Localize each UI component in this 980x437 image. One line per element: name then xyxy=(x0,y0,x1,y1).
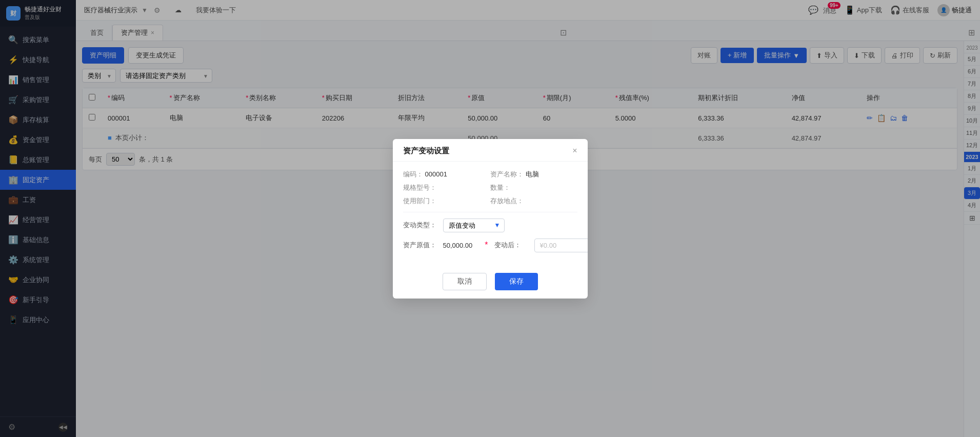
location-label: 存放地点： xyxy=(490,196,524,206)
asset-value-row: 资产原值： 50,000.00 * 变动后： xyxy=(403,239,577,252)
code-value: 000001 xyxy=(425,170,447,178)
quantity-label: 数量： xyxy=(490,183,510,192)
after-label: 变动后： xyxy=(494,241,530,250)
modal-dept-field: 使用部门： xyxy=(403,196,490,206)
modal-location-field: 存放地点： xyxy=(490,196,577,206)
dept-label: 使用部门： xyxy=(403,196,436,206)
asset-name-label: 资产名称： xyxy=(490,170,524,179)
modal-info-grid: 编码： 000001 资产名称： 电脑 规格型号： 数量： 使用部门： xyxy=(403,170,577,206)
asset-change-modal: 资产变动设置 × 编码： 000001 资产名称： 电脑 规格型号： 数量： xyxy=(393,139,588,299)
asset-name-value: 电脑 xyxy=(526,170,539,179)
change-type-row: 变动类型： 原值变动 ▼ xyxy=(403,218,577,232)
spec-label: 规格型号： xyxy=(403,183,436,192)
asset-value-label: 资产原值： xyxy=(403,241,439,250)
modal-title: 资产变动设置 xyxy=(403,146,449,156)
change-type-select[interactable]: 原值变动 xyxy=(443,218,505,232)
save-button[interactable]: 保存 xyxy=(495,273,538,290)
asset-value: 50,000.00 xyxy=(443,242,473,249)
modal-divider xyxy=(403,212,577,212)
change-type-select-wrap: 原值变动 ▼ xyxy=(443,218,505,232)
cancel-button[interactable]: 取消 xyxy=(443,273,487,290)
modal-header: 资产变动设置 × xyxy=(393,139,588,162)
modal-quantity-field: 数量： xyxy=(490,183,577,192)
modal-asset-name-field: 资产名称： 电脑 xyxy=(490,170,577,179)
code-label: 编码： xyxy=(403,170,423,179)
modal-close-button[interactable]: × xyxy=(572,146,577,155)
modal-body: 编码： 000001 资产名称： 电脑 规格型号： 数量： 使用部门： xyxy=(393,162,588,267)
after-value-input[interactable] xyxy=(534,239,588,252)
modal-overlay: 资产变动设置 × 编码： 000001 资产名称： 电脑 规格型号： 数量： xyxy=(0,0,980,437)
change-type-label: 变动类型： xyxy=(403,221,439,230)
modal-code-field: 编码： 000001 xyxy=(403,170,490,179)
modal-footer: 取消 保存 xyxy=(393,267,588,299)
modal-spec-field: 规格型号： xyxy=(403,183,490,192)
required-star: * xyxy=(485,241,488,250)
